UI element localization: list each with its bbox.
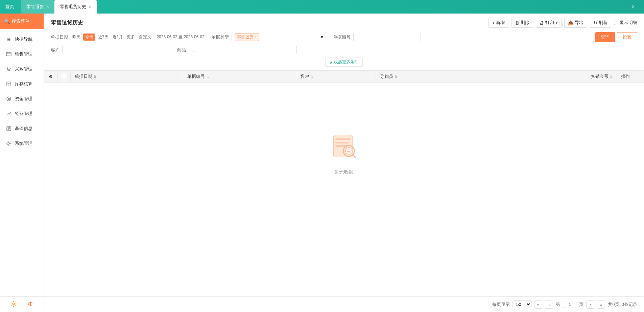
sidebar-settings-button[interactable] [10, 301, 17, 308]
export-icon: 📤 [568, 20, 573, 25]
page-actions: + 新增 🗑 删除 🖨 打印 ▾ 📤 导出 [488, 18, 637, 28]
filter-goods-input[interactable]: ... [189, 46, 297, 54]
table-container: ⚙ 单据日期 ⇅ 单据编号 [44, 71, 644, 296]
tab-retail-return-close[interactable]: × [47, 4, 49, 9]
th-checkbox [57, 71, 70, 83]
th-action: 操作 [617, 71, 644, 83]
filter-doc-type-select[interactable]: 零售退货 × ▾ [232, 32, 326, 42]
basic-info-icon [5, 125, 12, 132]
sidebar-item-inventory[interactable]: 库存核算 [0, 76, 44, 91]
tab-retail-return-label: 零售退货 [26, 4, 44, 10]
page-size-select[interactable]: 50 10 20 100 [512, 300, 531, 308]
empty-illustration [327, 130, 361, 164]
th-doc-date-label: 单据日期 [75, 73, 92, 80]
collapse-button[interactable]: ∧ 收起更多条件 [325, 58, 363, 67]
sidebar-item-sales[interactable]: 销售管理 [0, 47, 44, 62]
print-button[interactable]: 🖨 打印 ▾ [536, 18, 562, 28]
filter-goods-label: 商品 [177, 47, 186, 53]
search-icon: 🔍 [4, 19, 10, 24]
date-option-today[interactable]: 今天 [83, 34, 95, 41]
svg-rect-3 [7, 82, 11, 86]
sidebar-item-basic-info[interactable]: 基础信息 [0, 121, 44, 136]
sidebar-item-system[interactable]: 系统管理 [0, 136, 44, 151]
sidebar-item-finance-label: 资金管理 [15, 96, 32, 102]
filter-doc-type-item: 单据类型 零售退货 × ▾ [211, 32, 326, 42]
svg-point-1 [8, 70, 8, 71]
delete-label: 删除 [521, 20, 529, 26]
window-close-button[interactable]: × [628, 1, 639, 12]
sidebar-item-purchase-label: 采购管理 [15, 66, 32, 72]
svg-rect-9 [335, 138, 351, 140]
next-page-button[interactable]: › [586, 300, 594, 309]
page-number-input[interactable] [563, 301, 576, 308]
th-customer[interactable]: 客户 ⇅ [296, 71, 376, 83]
new-label: 新增 [496, 20, 505, 26]
empty-state-row: 暂无数据 [44, 83, 644, 223]
date-option-yesterday[interactable]: 昨天 [71, 34, 82, 41]
sales-icon [5, 51, 12, 58]
sort-amount-icon: ⇅ [610, 75, 613, 79]
query-button[interactable]: 查询 [595, 32, 615, 42]
sidebar-item-quick-nav[interactable]: ⊕ 快捷导航 [0, 32, 44, 47]
page-size-label: 每页显示 [492, 302, 510, 308]
filter-doc-no-input[interactable] [353, 33, 421, 41]
tab-retail-return-history[interactable]: 零售退货历史 × [54, 0, 97, 14]
export-button[interactable]: 📤 导出 [564, 18, 587, 28]
th-doc-no-label: 单据编号 [187, 73, 205, 80]
table-settings-icon[interactable]: ⚙ [49, 74, 53, 79]
delete-button[interactable]: 🗑 删除 [511, 18, 533, 28]
prev-page-button[interactable]: ‹ [545, 300, 553, 309]
th-customer-label: 客户 [300, 73, 309, 80]
sidebar-item-operation-label: 经营管理 [15, 111, 32, 117]
sidebar-bottom [0, 296, 44, 312]
sidebar-search-label: 搜索菜单 [12, 18, 29, 24]
th-amount[interactable]: 实销金额 ⇅ [504, 71, 617, 83]
print-icon: 🖨 [540, 20, 544, 25]
total-records: 共0页, 0条记录 [608, 302, 637, 308]
settings-button[interactable]: 设置 [617, 32, 637, 42]
th-settings[interactable]: ⚙ [44, 71, 57, 83]
sidebar-audio-button[interactable] [27, 301, 33, 308]
tab-retail-return-history-close[interactable]: × [89, 4, 91, 9]
svg-point-7 [13, 303, 15, 305]
last-page-button[interactable]: » [597, 300, 605, 309]
th-doc-date[interactable]: 单据日期 ⇅ [70, 71, 183, 83]
doc-type-tag-close[interactable]: × [255, 35, 257, 39]
filter-doc-no-label: 单据编号 [333, 34, 351, 40]
date-option-1month[interactable]: 近1月 [111, 34, 124, 41]
export-label: 导出 [575, 20, 583, 26]
filter-customer-input[interactable]: ... [62, 46, 170, 54]
th-guide[interactable]: 导购员 ⇅ [376, 71, 472, 83]
customer-placeholder: ... [65, 47, 69, 52]
tab-home[interactable]: 首页 [0, 0, 20, 14]
svg-rect-0 [6, 52, 11, 56]
sidebar-item-sales-label: 销售管理 [15, 51, 32, 57]
sidebar-item-inventory-label: 库存核算 [15, 81, 32, 87]
topbar-right: × [628, 1, 644, 12]
sidebar-search-button[interactable]: 🔍 搜索菜单 [0, 14, 44, 29]
first-page-button[interactable]: « [534, 300, 542, 309]
filter-area: 单据日期 昨天 今天 近7天 近1月 更多 自定义 2023-06-02 至 2… [51, 32, 637, 70]
sidebar-item-purchase[interactable]: 采购管理 [0, 62, 44, 76]
new-button[interactable]: + 新增 [488, 18, 509, 28]
page-title-row: 零售退货历史 + 新增 🗑 删除 🖨 打印 ▾ � [51, 18, 637, 28]
sidebar: 🔍 搜索菜单 ⊕ 快捷导航 销售管理 采购管理 [0, 14, 44, 312]
operation-icon [5, 110, 12, 117]
filter-customer-label: 客户 [51, 47, 59, 53]
date-option-custom[interactable]: 自定义 [138, 34, 152, 41]
show-detail-checkbox-label[interactable]: 显示明细 [614, 20, 637, 26]
refresh-button[interactable]: ↻ 刷新 [590, 18, 611, 28]
refresh-label: 刷新 [599, 20, 607, 26]
inventory-icon [5, 81, 12, 87]
date-option-more[interactable]: 更多 [125, 34, 136, 41]
svg-line-14 [353, 155, 355, 158]
next-page-icon: › [590, 302, 591, 307]
tab-retail-return[interactable]: 零售退货 × [21, 0, 54, 14]
date-option-7days[interactable]: 近7天 [97, 34, 110, 41]
sidebar-item-finance[interactable]: 资金管理 [0, 91, 44, 106]
th-doc-no[interactable]: 单据编号 ⇅ [183, 71, 296, 83]
show-detail-checkbox[interactable] [614, 21, 618, 25]
system-icon [5, 140, 12, 147]
sidebar-item-operation[interactable]: 经营管理 [0, 106, 44, 121]
select-all-checkbox[interactable] [62, 74, 66, 78]
